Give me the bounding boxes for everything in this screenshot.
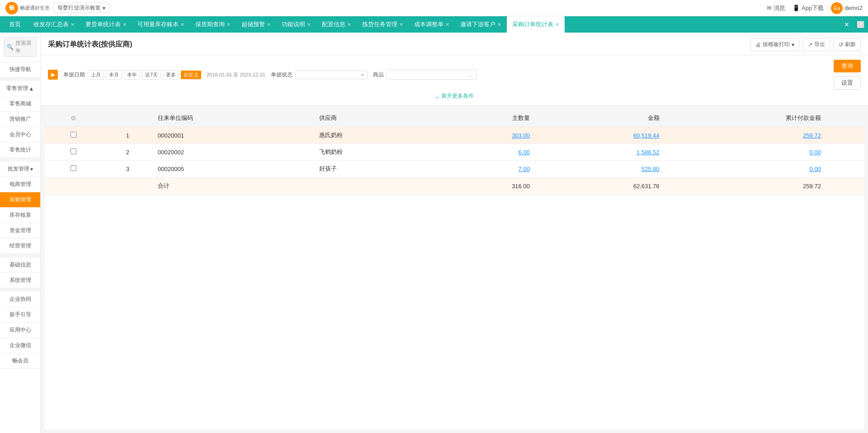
refresh-btn[interactable]: ↺ 刷新 bbox=[834, 38, 861, 51]
sidebar-search-area[interactable]: 🔍 搜索菜单 bbox=[0, 33, 40, 62]
sidebar-item-marketing[interactable]: 营销推广 bbox=[0, 112, 40, 127]
col-extra bbox=[826, 109, 864, 127]
settings-icon[interactable]: ⚙ bbox=[71, 114, 76, 122]
sidebar-item-system-mgmt[interactable]: 系统管理 bbox=[0, 273, 40, 288]
sidebar-divider-3 bbox=[0, 254, 40, 257]
row-extra bbox=[826, 127, 864, 144]
tab-home[interactable]: 首页 bbox=[2, 16, 28, 33]
top-bar-right: ✉ 消息 📱 App下载 Ea demo2 bbox=[767, 2, 863, 14]
query-btn[interactable]: 查询 bbox=[834, 60, 861, 72]
export-icon: ↗ bbox=[808, 42, 812, 48]
sidebar-item-member-center[interactable]: 会员中心 bbox=[0, 127, 40, 143]
sidebar-item-quick-nav[interactable]: 快捷导航 bbox=[0, 62, 40, 77]
sidebar-item-vip-member[interactable]: 畅会员 bbox=[0, 353, 40, 369]
row-checkbox[interactable] bbox=[44, 144, 103, 161]
data-table: ⚙ 往来单位编码 供应商 主数量 金额 累计付款金额 1 00020001 bbox=[44, 109, 864, 195]
settings-btn[interactable]: 设置 bbox=[834, 76, 861, 90]
chevron-icon: ▲ bbox=[29, 86, 34, 92]
export-btn[interactable]: ↗ 导出 bbox=[803, 38, 830, 51]
tab-close-icon[interactable]: ✕ bbox=[71, 22, 75, 28]
chevron-down-icon: ▾ bbox=[361, 72, 363, 77]
col-supplier-name: 供应商 bbox=[314, 109, 434, 127]
row-checkbox[interactable] bbox=[44, 127, 103, 144]
tab-close-icon[interactable]: ✕ bbox=[123, 22, 127, 28]
tab-receive-summary[interactable]: 收发存汇总表 ✕ bbox=[28, 16, 80, 33]
sidebar: 🔍 搜索菜单 快捷导航 零售管理 ▲ 零售商城 营销推广 会员中心 零售统计 批… bbox=[0, 33, 41, 433]
sidebar-item-enterprise-collab[interactable]: 企业协同 bbox=[0, 292, 40, 307]
col-paid-amount: 累计付款金额 bbox=[665, 109, 826, 127]
sidebar-item-purchase-mgmt[interactable]: 采购管理 bbox=[0, 192, 40, 208]
user-avatar-area[interactable]: Ea demo2 bbox=[831, 2, 863, 14]
col-settings[interactable]: ⚙ bbox=[44, 109, 103, 127]
tab-close-icon[interactable]: ✕ bbox=[497, 22, 501, 28]
sidebar-item-new-guide[interactable]: 新手引导 bbox=[0, 307, 40, 323]
ellipsis-icon[interactable]: … bbox=[467, 71, 473, 78]
filter-expand-btn[interactable]: ▶ bbox=[48, 70, 58, 80]
search-menu-label: 搜索菜单 bbox=[15, 39, 33, 55]
tab-close-icon[interactable]: ✕ bbox=[555, 22, 559, 28]
tab-overstock-warning[interactable]: 超储预警 ✕ bbox=[236, 16, 276, 33]
tab-close-icon[interactable]: ✕ bbox=[307, 22, 311, 28]
tab-expiry-query[interactable]: 保质期查询 ✕ bbox=[190, 16, 236, 33]
amount-cell: 60,519.44 bbox=[535, 127, 665, 144]
sidebar-item-stock-check[interactable]: 库存核算 bbox=[0, 208, 40, 223]
expand-more-conditions-btn[interactable]: ⌄ 展开更多条件 bbox=[435, 92, 474, 100]
date-btn-7days[interactable]: 近7天 bbox=[142, 70, 161, 80]
app-download-btn[interactable]: 📱 App下载 bbox=[793, 4, 824, 12]
sidebar-item-ecommerce-mgmt[interactable]: 电商管理 bbox=[0, 177, 40, 192]
date-btn-this-year[interactable]: 本年 bbox=[124, 70, 140, 80]
date-btn-more[interactable]: 更多 bbox=[163, 70, 179, 80]
tab-invite-downstream[interactable]: 邀请下游客户 ✕ bbox=[455, 16, 507, 33]
sidebar-item-wholesale-mgmt[interactable]: 批发管理 ▾ bbox=[0, 162, 40, 177]
main-layout: 🔍 搜索菜单 快捷导航 零售管理 ▲ 零售商城 营销推广 会员中心 零售统计 批… bbox=[0, 33, 868, 433]
sidebar-item-capital-mgmt[interactable]: 资金管理 bbox=[0, 223, 40, 238]
sidebar-item-ops-mgmt[interactable]: 经营管理 bbox=[0, 238, 40, 254]
tab-close-icon[interactable]: ✕ bbox=[180, 22, 184, 28]
sidebar-item-retail-mgmt[interactable]: 零售管理 ▲ bbox=[0, 81, 40, 96]
date-btn-this-month[interactable]: 本月 bbox=[106, 70, 122, 80]
tab-label: 配置信息 bbox=[322, 20, 345, 29]
tab-close-icon[interactable]: ✕ bbox=[399, 22, 403, 28]
logo-text: 畅捷通好生意 bbox=[20, 5, 50, 11]
logo-area: 畅 畅捷通好生意 bbox=[5, 2, 50, 14]
content-area: 采购订单统计表(按供应商) 🖨 按模板打印 ▾ ↗ 导出 ↺ 刷新 bbox=[41, 33, 868, 433]
tab-label: 可用量库存账本 bbox=[137, 20, 179, 29]
tab-label: 收发存汇总表 bbox=[33, 20, 69, 29]
expand-chevron-icon: ⌄ bbox=[435, 93, 439, 100]
status-filter-label: 单据状态 bbox=[271, 71, 292, 79]
tab-pick-task[interactable]: 拣货任务管理 ✕ bbox=[357, 16, 409, 33]
workspace-selector[interactable]: 母婴行业演示账套 ▾ bbox=[53, 3, 109, 13]
sidebar-item-app-center[interactable]: 应用中心 bbox=[0, 323, 40, 338]
tab-close-icon[interactable]: ✕ bbox=[267, 22, 271, 28]
tab-close-icon[interactable]: ✕ bbox=[445, 22, 449, 28]
tab-cost-adjust[interactable]: 成本调整单 ✕ bbox=[409, 16, 455, 33]
date-btn-last-month[interactable]: 上月 bbox=[88, 70, 104, 80]
row-extra bbox=[826, 161, 864, 177]
footer-amount: 62,631.76 bbox=[535, 177, 665, 195]
tab-function-desc[interactable]: 功能说明 ✕ bbox=[276, 16, 316, 33]
tab-config-info[interactable]: 配置信息 ✕ bbox=[316, 16, 357, 33]
nav-tabs-bar: 首页 收发存汇总表 ✕ 要货单统计表 ✕ 可用量库存账本 ✕ 保质期查询 ✕ 超… bbox=[0, 16, 868, 33]
search-menu-input[interactable]: 🔍 搜索菜单 bbox=[4, 37, 37, 57]
row-checkbox[interactable] bbox=[44, 161, 103, 177]
top-bar: 畅 畅捷通好生意 母婴行业演示账套 ▾ ✉ 消息 📱 App下载 Ea demo… bbox=[0, 0, 868, 16]
filter-expand-row: ⌄ 展开更多条件 bbox=[48, 90, 861, 101]
tab-close-icon[interactable]: ✕ bbox=[226, 22, 231, 28]
filter-date-range-display: 2016-01-01 至 2023-12-31 bbox=[207, 71, 265, 78]
print-btn[interactable]: 🖨 按模板打印 ▾ bbox=[750, 38, 799, 51]
row-num: 1 bbox=[103, 127, 152, 144]
sidebar-item-retail-stats[interactable]: 零售统计 bbox=[0, 143, 40, 158]
tab-purchase-summary[interactable]: 采购订单统计表 ✕ bbox=[507, 16, 565, 33]
tab-close-icon[interactable]: ✕ bbox=[347, 22, 351, 28]
status-select[interactable]: ▾ bbox=[295, 71, 368, 79]
tab-order-summary[interactable]: 要货单统计表 ✕ bbox=[80, 16, 132, 33]
window-close-btn[interactable]: ✕ bbox=[842, 20, 851, 29]
supplier-code-cell: 00020002 bbox=[152, 144, 314, 161]
sidebar-item-retail-store[interactable]: 零售商城 bbox=[0, 96, 40, 112]
sidebar-item-enterprise-wechat[interactable]: 企业微信 bbox=[0, 338, 40, 353]
sidebar-item-basic-info[interactable]: 基础信息 bbox=[0, 257, 40, 273]
goods-input[interactable]: … bbox=[387, 70, 477, 80]
window-maximize-btn[interactable]: ⬜ bbox=[855, 20, 866, 29]
message-btn[interactable]: ✉ 消息 bbox=[767, 4, 785, 12]
tab-available-stock[interactable]: 可用量库存账本 ✕ bbox=[132, 16, 190, 33]
